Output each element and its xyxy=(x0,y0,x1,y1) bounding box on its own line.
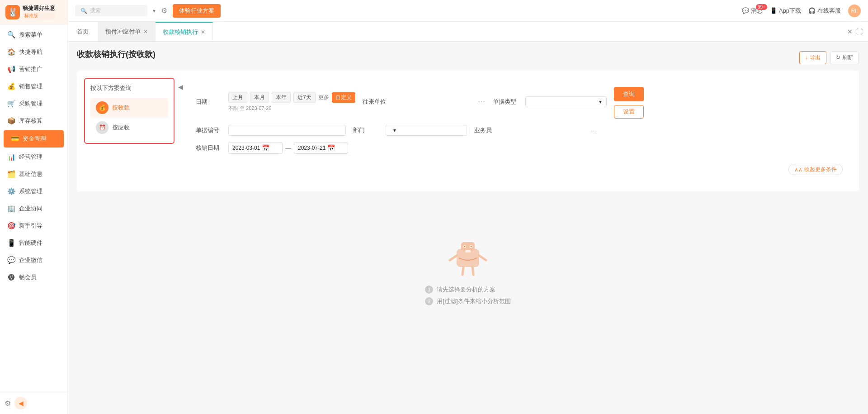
app-icon: 📱 xyxy=(770,7,777,14)
svg-line-10 xyxy=(472,267,473,275)
svg-line-8 xyxy=(479,256,486,260)
export-icon: ↓ xyxy=(805,54,808,61)
doc-no-label: 单据编号 xyxy=(196,126,221,134)
sidebar-settings-icon[interactable]: ⚙ xyxy=(5,399,11,408)
hardware-icon: 📱 xyxy=(7,239,15,247)
calendar-start-icon[interactable]: 📅 xyxy=(262,144,269,152)
finance-icon: 💳 xyxy=(11,135,19,143)
staff-input[interactable]: ··· xyxy=(507,127,597,134)
tip-num-1: 1 xyxy=(425,286,433,294)
date-btn-this-month[interactable]: 本月 xyxy=(250,92,269,103)
doc-no-input[interactable] xyxy=(228,125,346,136)
svg-point-4 xyxy=(464,246,466,247)
nav-item-corp[interactable]: 🏢 企业协同 xyxy=(0,200,67,217)
nav-item-marketing[interactable]: 📢 营销推广 xyxy=(0,61,67,78)
service-icon: 🎧 xyxy=(808,7,816,14)
date-btn-more[interactable]: 更多 xyxy=(318,94,329,101)
page-header: 收款核销执行(按收款) ↓ 导出 ↻ 刷新 xyxy=(77,49,859,66)
tab-home[interactable]: 首页 xyxy=(68,22,98,41)
writeoff-end-date[interactable]: 2023-07-21 📅 xyxy=(294,142,348,154)
date-btn-last-month[interactable]: 上月 xyxy=(228,92,247,103)
marketing-icon: 📢 xyxy=(7,65,15,73)
date-label: 日期 xyxy=(196,98,221,106)
filter-row-1: 日期 上月 本月 本年 近7天 更多 自定义 不限 至 2023-07-26 xyxy=(196,85,843,119)
tab-prepay[interactable]: 预付冲应付单 ✕ xyxy=(98,22,156,41)
nav-item-search[interactable]: 🔍 搜索菜单 xyxy=(0,26,67,43)
date-btn-custom[interactable]: 自定义 xyxy=(332,92,355,103)
writeoff-date-range: 2023-03-01 📅 — 2023-07-21 📅 xyxy=(228,142,348,154)
writeoff-start-date[interactable]: 2023-03-01 📅 xyxy=(228,142,283,154)
nav-item-wechat[interactable]: 💬 企业微信 xyxy=(0,252,67,269)
sidebar-collapse-button[interactable]: ◀ xyxy=(14,397,27,409)
tab-receipt-close-icon[interactable]: ✕ xyxy=(201,29,205,35)
sales-icon: 💰 xyxy=(7,82,15,90)
message-icon: 💬 xyxy=(742,7,749,14)
date-btn-7days[interactable]: 近7天 xyxy=(293,92,316,103)
collapse-more-button[interactable]: ∧∧ 收起更多条件 xyxy=(788,164,843,175)
purchase-icon: 🛒 xyxy=(7,100,15,108)
query-button[interactable]: 查询 xyxy=(614,87,644,101)
dept-select[interactable]: ▾ xyxy=(386,125,467,136)
inventory-icon: 📦 xyxy=(7,117,15,125)
refresh-button[interactable]: ↻ 刷新 xyxy=(830,51,859,64)
industry-solution-button[interactable]: 体验行业方案 xyxy=(173,4,221,18)
empty-state: 1 请先选择要分析的方案 2 用[过滤]条件来缩小分析范围 xyxy=(77,197,859,342)
tab-expand-icon[interactable]: ⛶ xyxy=(856,28,863,35)
logo-icon: 🐰 xyxy=(5,5,20,19)
online-service-action[interactable]: 🎧 在线客服 xyxy=(808,7,841,15)
tab-receipt[interactable]: 收款核销执行 ✕ xyxy=(156,22,213,41)
app-download-action[interactable]: 📱 App下载 xyxy=(770,7,801,15)
receivable-option-label: 按应收 xyxy=(112,124,130,132)
topbar-chevron-icon[interactable]: ▾ xyxy=(153,8,156,14)
filter-collapse-arrow[interactable]: ◀ xyxy=(178,78,183,90)
sidebar-nav: 🔍 搜索菜单 🏠 快捷导航 📢 营销推广 💰 销售管理 🛒 采购管理 📦 库存核… xyxy=(0,24,67,392)
filter-by-receivable[interactable]: ⏰ 按应收 xyxy=(90,118,168,138)
nav-item-system[interactable]: ⚙️ 系统管理 xyxy=(0,183,67,200)
filter-section: 按以下方案查询 💰 按收款 ⏰ 按应收 ◀ 日期 xyxy=(77,71,859,191)
nav-item-purchase[interactable]: 🛒 采购管理 xyxy=(0,95,67,112)
nav-item-sales[interactable]: 💰 销售管理 xyxy=(0,78,67,95)
date-options-area: 上月 本月 本年 近7天 更多 自定义 不限 至 2023-07-26 xyxy=(228,92,355,112)
empty-tip-2: 2 用[过滤]条件来缩小分析范围 xyxy=(425,297,510,305)
user-avatar[interactable]: Rit xyxy=(848,5,861,17)
settings-button[interactable]: 设置 xyxy=(614,105,644,119)
topbar: 🔍 搜索 ▾ ⚙ 体验行业方案 💬 消息 99+ 📱 App下载 🎧 在线客服 … xyxy=(68,0,868,22)
tab-close-all-icon[interactable]: ✕ xyxy=(847,28,853,35)
sidebar-bottom: ⚙ ◀ xyxy=(0,392,67,414)
logo-text: 畅捷通好生意 标准版 xyxy=(23,5,55,19)
refresh-icon: ↻ xyxy=(836,54,840,61)
date-btn-this-year[interactable]: 本年 xyxy=(272,92,291,103)
topbar-search-box[interactable]: 🔍 搜索 xyxy=(75,5,147,16)
message-action[interactable]: 💬 消息 99+ xyxy=(742,7,763,15)
tab-prepay-close-icon[interactable]: ✕ xyxy=(143,29,148,35)
svg-point-5 xyxy=(471,246,472,247)
search-menu-icon: 🔍 xyxy=(7,31,15,39)
nav-item-inventory[interactable]: 📦 库存核算 xyxy=(0,112,67,129)
filter-row-3: 核销日期 2023-03-01 📅 — 2023-07-21 📅 xyxy=(196,142,843,154)
doc-type-select[interactable]: ▾ xyxy=(525,96,607,107)
nav-item-guide[interactable]: 🎯 新手引导 xyxy=(0,217,67,234)
nav-item-member[interactable]: 🅥 畅会员 xyxy=(0,269,67,286)
topbar-gear-icon[interactable]: ⚙ xyxy=(161,6,167,15)
filter-by-receipt[interactable]: 💰 按收款 xyxy=(90,98,168,118)
empty-robot-illustration xyxy=(445,233,491,278)
sidebar: 🐰 畅捷通好生意 标准版 🔍 搜索菜单 🏠 快捷导航 📢 营销推广 💰 销售管理… xyxy=(0,0,68,414)
tabbar-controls: ✕ ⛶ xyxy=(847,28,868,35)
export-button[interactable]: ↓ 导出 xyxy=(799,51,826,64)
writeoff-date-label: 核销日期 xyxy=(196,144,221,152)
svg-rect-6 xyxy=(465,250,471,252)
topbar-actions: 💬 消息 99+ 📱 App下载 🎧 在线客服 Rit xyxy=(742,5,861,17)
filter-scheme-title: 按以下方案查询 xyxy=(90,84,168,92)
operation-icon: 📊 xyxy=(7,153,15,161)
system-icon: ⚙️ xyxy=(7,187,15,195)
partner-input[interactable]: ··· xyxy=(395,98,486,106)
corp-icon: 🏢 xyxy=(7,205,15,213)
search-icon: 🔍 xyxy=(80,8,87,14)
nav-item-basic[interactable]: 🗂️ 基础信息 xyxy=(0,166,67,183)
nav-item-finance[interactable]: 💳 资金管理 xyxy=(4,130,64,148)
nav-item-quicknav[interactable]: 🏠 快捷导航 xyxy=(0,43,67,61)
nav-item-operation[interactable]: 📊 经营管理 xyxy=(0,148,67,166)
calendar-end-icon[interactable]: 📅 xyxy=(327,144,335,152)
nav-item-hardware[interactable]: 📱 智能硬件 xyxy=(0,234,67,252)
doc-type-label: 单据类型 xyxy=(493,98,518,106)
